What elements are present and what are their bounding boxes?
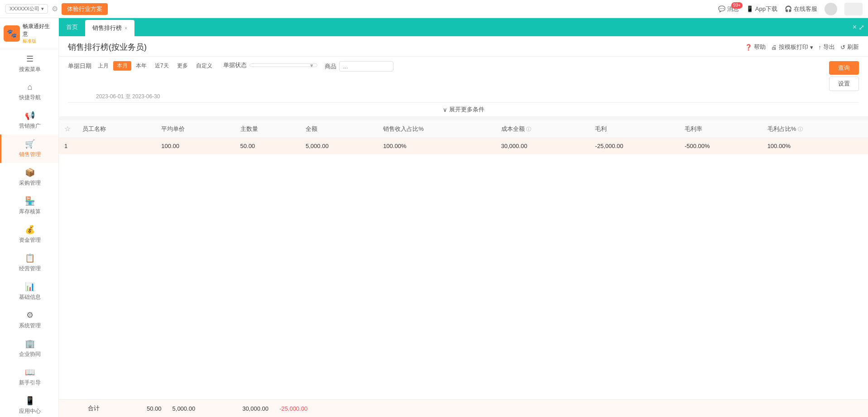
sidebar-item-marketing[interactable]: 📢 营销推广: [0, 106, 58, 134]
question-icon: ❓: [745, 44, 752, 51]
sidebar-item-label: 新手引导: [19, 379, 41, 387]
sidebar-item-search-order[interactable]: ☰ 搜索菜单: [0, 49, 58, 78]
bell-icon: 💬: [718, 5, 725, 12]
sidebar-item-label: 资金管理: [19, 236, 41, 244]
finance-icon: 💰: [25, 225, 35, 235]
cell-qty: 50.00: [235, 138, 300, 154]
company-selector[interactable]: XXXXXX公司 ▾: [5, 4, 48, 14]
home-icon: ⌂: [28, 82, 33, 92]
template-print-button[interactable]: 🖨 按模板打印 ▾: [771, 43, 813, 51]
date-tab-current-month[interactable]: 本月: [113, 61, 131, 71]
sidebar-item-finance[interactable]: 💰 资金管理: [0, 220, 58, 249]
inventory-icon: 🏪: [25, 196, 35, 206]
sidebar-item-label: 库存核算: [19, 208, 41, 216]
sidebar-item-purchase[interactable]: 📦 采购管理: [0, 163, 58, 192]
sidebar-item-system[interactable]: ⚙ 系统管理: [0, 306, 58, 334]
logo-text-wrap: 畅康通好生意 标准版: [23, 23, 55, 44]
notification-badge: 99+: [731, 2, 743, 9]
app-download-link[interactable]: 📱 App下载: [746, 5, 777, 13]
th-gross: 毛利: [590, 120, 679, 138]
sidebar-item-inventory[interactable]: 🏪 库存核算: [0, 192, 58, 220]
expand-down-icon: ∨: [443, 106, 447, 113]
mobile-icon: 📱: [746, 5, 753, 12]
dropdown-arrow-icon: ▾: [41, 6, 44, 12]
system-icon: ⚙: [26, 310, 34, 320]
cell-cost: 30,000.00: [496, 138, 590, 154]
query-button[interactable]: 查询: [829, 61, 859, 75]
date-tab-custom[interactable]: 自定义: [192, 61, 216, 71]
star-icon[interactable]: ☆: [64, 125, 71, 133]
settings-button[interactable]: 设置: [829, 77, 859, 91]
status-select[interactable]: ▾: [249, 63, 317, 67]
sidebar-item-label: 销售管理: [19, 151, 41, 158]
user-name-display: [844, 3, 863, 15]
goods-input[interactable]: [343, 63, 379, 70]
cell-name: [77, 138, 156, 154]
settings-icon[interactable]: ⚙: [52, 5, 58, 13]
export-button[interactable]: ↑ 导出: [819, 43, 835, 51]
th-amount: 全额: [300, 120, 378, 138]
th-avg-price: 平均单价: [156, 120, 235, 138]
th-name: 员工名称: [77, 120, 156, 138]
window-close-icon[interactable]: ×: [853, 23, 857, 31]
expand-more-conditions[interactable]: ∨ 展开更多条件: [68, 102, 859, 116]
refresh-icon: ↺: [840, 44, 845, 51]
sidebar-item-label: 企业协同: [19, 350, 41, 358]
sidebar-item-app-center[interactable]: 📱 应用中心: [0, 391, 58, 417]
footer-gross: -25,000.00: [274, 405, 313, 412]
trial-button[interactable]: 体验行业方案: [62, 3, 108, 15]
page-content: 销售排行榜(按业务员) ❓ 帮助 🖨 按模板打印 ▾ ↑ 导出: [59, 36, 868, 417]
marketing-icon: 📢: [25, 110, 35, 120]
date-tab-current-year[interactable]: 本年: [132, 61, 150, 71]
tab-sales-ranking[interactable]: 销售排行榜 ×: [85, 20, 134, 36]
online-support-link[interactable]: 🎧 在线客服: [785, 5, 817, 13]
status-filter-label: 单据状态: [223, 61, 247, 69]
sidebar-item-label: 采购管理: [19, 179, 41, 187]
purchase-icon: 📦: [25, 168, 35, 177]
sales-icon: 🛒: [25, 139, 35, 149]
operations-icon: 📋: [25, 253, 35, 263]
sidebar-item-guide[interactable]: 📖 新手引导: [0, 363, 58, 391]
date-tab-last-month[interactable]: 上月: [94, 61, 112, 71]
sidebar-item-enterprise[interactable]: 🏢 企业协同: [0, 334, 58, 363]
sidebar-item-label: 基础信息: [19, 293, 41, 301]
status-filter-group: 单据状态 ▾: [223, 61, 317, 69]
help-button[interactable]: ❓ 帮助: [745, 43, 766, 51]
footer-summary-label: 合计: [82, 404, 105, 412]
date-tab-more[interactable]: 更多: [173, 61, 192, 71]
sidebar-item-label: 经营管理: [19, 265, 41, 273]
page-title: 销售排行榜(按业务员): [68, 42, 147, 53]
tab-home[interactable]: 首页: [59, 18, 85, 36]
sidebar-item-label: 应用中心: [19, 407, 41, 415]
tab-home-label: 首页: [66, 23, 78, 31]
cell-gross: -25,000.00: [590, 138, 679, 154]
cell-sales-pct: 100.00%: [378, 138, 495, 154]
footer-cost: 30,000.00: [237, 405, 274, 412]
date-tab-7days[interactable]: 近7天: [151, 61, 173, 71]
window-resize-icon[interactable]: ⤢: [858, 23, 864, 32]
refresh-button[interactable]: ↺ 刷新: [840, 43, 859, 51]
tab-close-icon[interactable]: ×: [125, 25, 127, 31]
sidebar-item-sales[interactable]: 🛒 销售管理: [0, 134, 58, 163]
date-range-display: 2023-06-01 至 2023-06-30: [68, 93, 859, 101]
sidebar-item-quick-nav[interactable]: ⌂ 快捷导航: [0, 78, 58, 106]
sidebar-item-basic-info[interactable]: 📊 基础信息: [0, 277, 58, 306]
page-header-actions: ❓ 帮助 🖨 按模板打印 ▾ ↑ 导出 ↺ 刷新: [745, 43, 859, 51]
top-bar-right: 💬 消息 99+ 📱 App下载 🎧 在线客服: [718, 3, 863, 15]
tab-sales-ranking-label: 销售排行榜: [92, 24, 122, 32]
search-order-icon: ☰: [26, 54, 34, 64]
content-area: 首页 销售排行榜 × × ⤢ 销售排行榜(按业务员) ❓ 帮助: [59, 18, 868, 417]
enterprise-icon: 🏢: [25, 339, 35, 349]
th-gross-rate: 毛利率: [679, 120, 762, 138]
date-filter-group: 单据日期 上月 本月 本年 近7天 更多 自定义: [68, 61, 216, 71]
page-header: 销售排行榜(按业务员) ❓ 帮助 🖨 按模板打印 ▾ ↑ 导出: [59, 36, 868, 56]
sidebar-item-operations[interactable]: 📋 经营管理: [0, 249, 58, 277]
notification-bell[interactable]: 💬 消息 99+: [718, 5, 739, 13]
avatar[interactable]: [825, 3, 837, 15]
logo-sub: 标准版: [23, 38, 55, 44]
goods-filter-group: 商品: [325, 61, 393, 72]
dropdown-arrow-icon: ▾: [810, 44, 813, 51]
app-center-icon: 📱: [25, 396, 35, 406]
headset-icon: 🎧: [785, 5, 792, 12]
th-qty: 主数量: [235, 120, 300, 138]
